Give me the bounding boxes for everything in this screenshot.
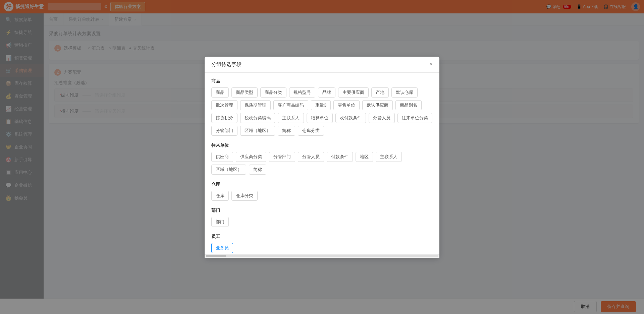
field-chip-0-11[interactable]: 重量3 — [311, 100, 331, 110]
field-group-title-4: 员工 — [211, 234, 433, 240]
field-chips-3: 部门 — [211, 217, 433, 227]
field-chip-0-7[interactable]: 默认仓库 — [391, 87, 418, 98]
field-chip-1-5[interactable]: 地区 — [356, 152, 373, 162]
field-chips-0: 商品商品类型商品分类规格型号品牌主要供应商产地默认仓库批次管理保质期管理客户商品… — [211, 87, 433, 136]
field-group-title-0: 商品 — [211, 78, 433, 84]
field-group-3: 部门部门 — [211, 207, 433, 227]
field-chip-0-25[interactable]: 仓库分类 — [298, 126, 324, 136]
modal-horizontal-scrollbar[interactable] — [205, 254, 439, 258]
field-chips-1: 供应商供应商分类分管部门分管人员付款条件地区主联系人区域（地区）简称 — [211, 152, 433, 175]
modal-close-btn[interactable]: × — [430, 61, 433, 67]
field-group-1: 往来单位供应商供应商分类分管部门分管人员付款条件地区主联系人区域（地区）简称 — [211, 142, 433, 175]
field-chip-2-1[interactable]: 仓库分类 — [231, 191, 258, 201]
field-chip-1-3[interactable]: 分管人员 — [298, 152, 324, 162]
field-chip-1-8[interactable]: 简称 — [249, 165, 266, 175]
field-chip-0-5[interactable]: 主要供应商 — [338, 87, 369, 98]
field-group-title-1: 往来单位 — [211, 142, 433, 148]
field-chip-4-0[interactable]: 业务员 — [211, 243, 233, 253]
field-group-title-2: 仓库 — [211, 181, 433, 187]
field-chip-0-8[interactable]: 批次管理 — [211, 100, 237, 110]
field-chip-2-0[interactable]: 仓库 — [211, 191, 229, 201]
modal-overlay: 分组待选字段 × 商品商品商品类型商品分类规格型号品牌主要供应商产地默认仓库批次… — [0, 0, 644, 314]
field-chip-0-19[interactable]: 收付款条件 — [335, 113, 366, 123]
field-chip-0-1[interactable]: 商品类型 — [231, 87, 258, 98]
field-chip-0-16[interactable]: 税收分类编码 — [240, 113, 275, 123]
modal-body: 商品商品商品类型商品分类规格型号品牌主要供应商产地默认仓库批次管理保质期管理客户… — [205, 73, 439, 254]
field-chip-1-7[interactable]: 区域（地区） — [211, 165, 246, 175]
field-chip-0-2[interactable]: 商品分类 — [260, 87, 286, 98]
field-chip-1-0[interactable]: 供应商 — [211, 152, 233, 162]
field-chips-2: 仓库仓库分类 — [211, 191, 433, 201]
hscroll-thumb — [206, 255, 226, 257]
field-chip-0-4[interactable]: 品牌 — [318, 87, 335, 98]
field-group-2: 仓库仓库仓库分类 — [211, 181, 433, 201]
field-chip-0-18[interactable]: 结算单位 — [307, 113, 333, 123]
modal-header: 分组待选字段 × — [205, 57, 439, 73]
field-chip-0-12[interactable]: 零售单位 — [333, 100, 360, 110]
field-chip-0-21[interactable]: 往来单位分类 — [397, 113, 432, 123]
field-chips-4: 业务员 — [211, 243, 433, 253]
field-chip-1-1[interactable]: 供应商分类 — [236, 152, 266, 162]
field-chip-0-10[interactable]: 客户商品编码 — [273, 100, 308, 110]
field-group-0: 商品商品商品类型商品分类规格型号品牌主要供应商产地默认仓库批次管理保质期管理客户… — [211, 78, 433, 136]
field-chip-0-24[interactable]: 简称 — [278, 126, 295, 136]
hscroll-track — [206, 255, 438, 257]
field-chip-0-0[interactable]: 商品 — [211, 87, 229, 98]
field-chip-0-23[interactable]: 区域（地区） — [240, 126, 275, 136]
field-chip-0-13[interactable]: 默认供应商 — [362, 100, 393, 110]
field-group-title-3: 部门 — [211, 207, 433, 213]
field-chip-0-15[interactable]: 拣货积分 — [211, 113, 237, 123]
field-chip-0-3[interactable]: 规格型号 — [289, 87, 315, 98]
field-chip-0-6[interactable]: 产地 — [371, 87, 389, 98]
field-chip-0-22[interactable]: 分管部门 — [211, 126, 237, 136]
field-chip-0-9[interactable]: 保质期管理 — [240, 100, 271, 110]
modal-title: 分组待选字段 — [211, 61, 241, 68]
field-chip-0-20[interactable]: 分管人员 — [369, 113, 395, 123]
field-group-4: 员工业务员 — [211, 234, 433, 253]
field-chip-0-14[interactable]: 商品别名 — [395, 100, 422, 110]
field-chip-1-4[interactable]: 付款条件 — [327, 152, 353, 162]
field-chip-0-17[interactable]: 主联系人 — [278, 113, 304, 123]
field-chip-1-2[interactable]: 分管部门 — [269, 152, 295, 162]
modal: 分组待选字段 × 商品商品商品类型商品分类规格型号品牌主要供应商产地默认仓库批次… — [205, 57, 439, 258]
field-chip-1-6[interactable]: 主联系人 — [376, 152, 402, 162]
field-chip-3-0[interactable]: 部门 — [211, 217, 229, 227]
